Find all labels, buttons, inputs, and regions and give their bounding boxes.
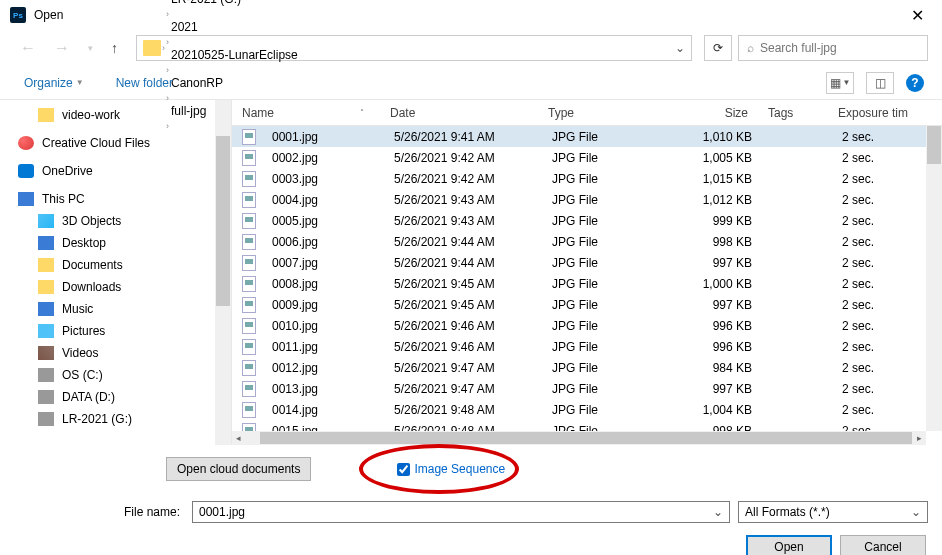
recent-dropdown[interactable]: ▾	[82, 43, 99, 53]
file-format-select[interactable]: All Formats (*.*) ⌄	[738, 501, 928, 523]
sidebar-item-label: Videos	[62, 346, 98, 360]
breadcrumb-segment[interactable]: LR-2021 (G:)	[166, 0, 303, 6]
sidebar-item-label: OneDrive	[42, 164, 93, 178]
file-size: 1,005 KB	[666, 151, 762, 165]
sidebar-item[interactable]: video-work	[0, 104, 231, 126]
filename-dropdown-icon[interactable]: ⌄	[713, 505, 723, 519]
file-date: 5/26/2021 9:43 AM	[384, 193, 542, 207]
column-headers[interactable]: Name˄ Date Type Size Tags Exposure tim	[232, 100, 942, 126]
file-date: 5/26/2021 9:43 AM	[384, 214, 542, 228]
format-dropdown-icon[interactable]: ⌄	[911, 505, 921, 519]
search-input[interactable]: ⌕ Search full-jpg	[738, 35, 928, 61]
column-name[interactable]: Name˄	[232, 106, 380, 120]
sidebar-item[interactable]: Music	[0, 298, 231, 320]
close-button[interactable]: ✕	[903, 6, 932, 25]
file-row[interactable]: 0008.jpg5/26/2021 9:45 AMJPG File1,000 K…	[232, 273, 942, 294]
sidebar-item[interactable]: Creative Cloud Files	[0, 132, 231, 154]
preview-pane-button[interactable]: ◫	[866, 72, 894, 94]
file-row[interactable]: 0007.jpg5/26/2021 9:44 AMJPG File997 KB2…	[232, 252, 942, 273]
file-row[interactable]: 0004.jpg5/26/2021 9:43 AMJPG File1,012 K…	[232, 189, 942, 210]
image-sequence-checkbox[interactable]: Image Sequence	[397, 462, 505, 476]
sidebar-item-label: video-work	[62, 108, 120, 122]
file-row[interactable]: 0012.jpg5/26/2021 9:47 AMJPG File984 KB2…	[232, 357, 942, 378]
chevron-right-icon: ›	[166, 65, 169, 75]
sidebar-item-label: Documents	[62, 258, 123, 272]
folder-y-icon	[38, 280, 54, 294]
sidebar-item-label: Desktop	[62, 236, 106, 250]
file-row[interactable]: 0003.jpg5/26/2021 9:42 AMJPG File1,015 K…	[232, 168, 942, 189]
file-list[interactable]: 0001.jpg5/26/2021 9:41 AMJPG File1,010 K…	[232, 126, 942, 445]
file-row[interactable]: 0010.jpg5/26/2021 9:46 AMJPG File996 KB2…	[232, 315, 942, 336]
desk-icon	[38, 236, 54, 250]
file-row[interactable]: 0006.jpg5/26/2021 9:44 AMJPG File998 KB2…	[232, 231, 942, 252]
open-cloud-documents-button[interactable]: Open cloud documents	[166, 457, 311, 481]
file-name: 0001.jpg	[262, 130, 384, 144]
file-name: 0012.jpg	[262, 361, 384, 375]
cancel-button[interactable]: Cancel	[840, 535, 926, 555]
up-button[interactable]: ↑	[105, 40, 124, 56]
breadcrumb-segment[interactable]: 20210525-LunarEclipse	[166, 48, 303, 62]
open-button[interactable]: Open	[746, 535, 832, 555]
column-date[interactable]: Date	[380, 106, 538, 120]
file-row[interactable]: 0014.jpg5/26/2021 9:48 AMJPG File1,004 K…	[232, 399, 942, 420]
sidebar-scrollbar[interactable]	[215, 100, 231, 445]
file-row[interactable]: 0002.jpg5/26/2021 9:42 AMJPG File1,005 K…	[232, 147, 942, 168]
file-date: 5/26/2021 9:48 AM	[384, 403, 542, 417]
sidebar-item-label: Creative Cloud Files	[42, 136, 150, 150]
breadcrumb-segment[interactable]: 2021	[166, 20, 303, 34]
sidebar-item-label: DATA (D:)	[62, 390, 115, 404]
file-row[interactable]: 0005.jpg5/26/2021 9:43 AMJPG File999 KB2…	[232, 210, 942, 231]
forward-button[interactable]: →	[48, 39, 76, 57]
file-type: JPG File	[542, 403, 666, 417]
file-icon	[242, 213, 256, 229]
sidebar-item-label: 3D Objects	[62, 214, 121, 228]
sidebar-item[interactable]: Documents	[0, 254, 231, 276]
window-title: Open	[34, 8, 903, 22]
navigation-sidebar[interactable]: video-workCreative Cloud FilesOneDriveTh…	[0, 100, 232, 445]
file-type: JPG File	[542, 319, 666, 333]
filename-input[interactable]: 0001.jpg ⌄	[192, 501, 730, 523]
breadcrumb-segment[interactable]: CanonRP	[166, 76, 303, 90]
sidebar-item[interactable]: LR-2021 (G:)	[0, 408, 231, 430]
sidebar-item[interactable]: DATA (D:)	[0, 386, 231, 408]
column-exposure[interactable]: Exposure tim	[828, 106, 942, 120]
sidebar-item[interactable]: Videos	[0, 342, 231, 364]
sidebar-item[interactable]: 3D Objects	[0, 210, 231, 232]
help-icon[interactable]: ?	[906, 74, 924, 92]
file-date: 5/26/2021 9:42 AM	[384, 151, 542, 165]
file-type: JPG File	[542, 340, 666, 354]
file-size: 1,015 KB	[666, 172, 762, 186]
sidebar-item[interactable]: Desktop	[0, 232, 231, 254]
folder-icon	[143, 40, 161, 56]
column-type[interactable]: Type	[538, 106, 662, 120]
file-name: 0013.jpg	[262, 382, 384, 396]
refresh-button[interactable]: ⟳	[704, 35, 732, 61]
column-size[interactable]: Size	[662, 106, 758, 120]
file-scrollbar-vertical[interactable]	[926, 126, 942, 431]
file-size: 996 KB	[666, 319, 762, 333]
sidebar-item[interactable]: OneDrive	[0, 160, 231, 182]
address-dropdown[interactable]: ⌄	[675, 41, 685, 55]
file-row[interactable]: 0009.jpg5/26/2021 9:45 AMJPG File997 KB2…	[232, 294, 942, 315]
file-row[interactable]: 0013.jpg5/26/2021 9:47 AMJPG File997 KB2…	[232, 378, 942, 399]
sidebar-item[interactable]: Pictures	[0, 320, 231, 342]
column-tags[interactable]: Tags	[758, 106, 828, 120]
back-button[interactable]: ←	[14, 39, 42, 57]
file-type: JPG File	[542, 277, 666, 291]
sidebar-item[interactable]: Downloads	[0, 276, 231, 298]
view-options-button[interactable]: ▦ ▼	[826, 72, 854, 94]
file-row[interactable]: 0011.jpg5/26/2021 9:46 AMJPG File996 KB2…	[232, 336, 942, 357]
file-icon	[242, 129, 256, 145]
sidebar-item[interactable]: OS (C:)	[0, 364, 231, 386]
file-name: 0010.jpg	[262, 319, 384, 333]
organize-menu[interactable]: Organize ▼	[18, 76, 90, 90]
file-type: JPG File	[542, 214, 666, 228]
file-size: 1,012 KB	[666, 193, 762, 207]
sidebar-item[interactable]: This PC	[0, 188, 231, 210]
file-scrollbar-horizontal[interactable]: ◂▸	[232, 431, 926, 445]
file-row[interactable]: 0001.jpg5/26/2021 9:41 AMJPG File1,010 K…	[232, 126, 942, 147]
search-icon: ⌕	[747, 41, 754, 55]
address-bar[interactable]: › This PC›LR-2021 (G:)›2021›20210525-Lun…	[136, 35, 692, 61]
new-folder-button[interactable]: New folder	[110, 76, 179, 90]
file-name: 0002.jpg	[262, 151, 384, 165]
